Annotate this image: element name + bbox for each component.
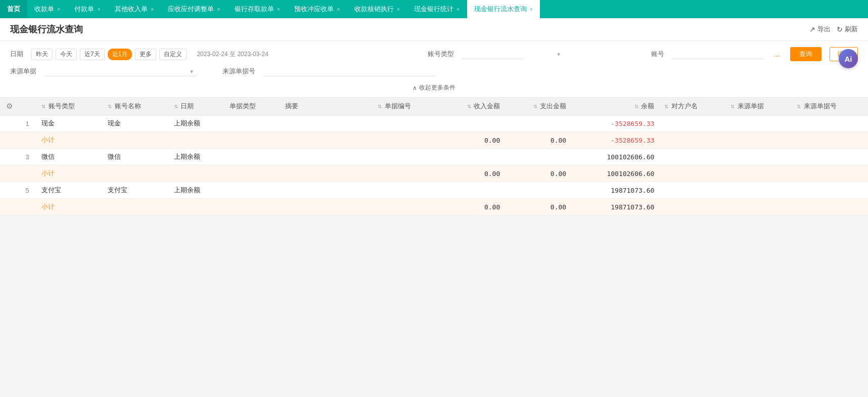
date-btn-yesterday[interactable]: 昨天 — [31, 49, 53, 60]
col-account-type[interactable]: ⇅ 账号类型 — [36, 98, 103, 115]
col-num — [18, 98, 36, 115]
close-icon-ar-ap-adjust[interactable]: × — [217, 6, 220, 12]
date-btn-today[interactable]: 今天 — [56, 49, 77, 60]
export-button[interactable]: ↗ 导出 — [809, 25, 831, 34]
cell-income-4 — [439, 182, 505, 199]
nav-label-payment: 付款单 — [74, 5, 94, 14]
sort-icon-source-doc: ⇅ — [730, 104, 735, 109]
cell-summary-4 — [280, 182, 373, 199]
header-actions: ↗ 导出 ↻ 刷新 — [809, 25, 858, 34]
collapse-bar[interactable]: ∧ 收起更多条件 — [10, 81, 858, 93]
nav-item-payment[interactable]: 付款单 × — [67, 0, 107, 18]
cell-expense-4 — [505, 182, 571, 199]
col-balance[interactable]: ⇅ 余额 — [571, 98, 659, 115]
col-counterparty[interactable]: ⇅ 对方户名 — [659, 98, 725, 115]
close-icon-write-off[interactable]: × — [397, 6, 400, 12]
date-btn-more[interactable]: 更多 — [135, 49, 156, 60]
cell-income-1: 0.00 — [439, 132, 505, 149]
cell-doc-no-4 — [373, 182, 439, 199]
close-icon-receipt[interactable]: × — [57, 6, 60, 12]
cell-date-4: 上期余额 — [169, 182, 224, 199]
cell-counterparty-1 — [659, 132, 725, 149]
close-icon-advance-offset[interactable]: × — [337, 6, 340, 12]
date-btn-custom[interactable]: 自定义 — [159, 49, 187, 60]
source-doc-label: 来源单据 — [10, 67, 36, 76]
nav-item-cash-stat[interactable]: 现金银行统计 × — [407, 0, 467, 18]
source-doc-no-input[interactable] — [263, 66, 435, 76]
nav-item-other-income[interactable]: 其他收入单 × — [108, 0, 161, 18]
cell-source-doc-no-5 — [792, 199, 868, 215]
cell-settings-5 — [0, 199, 18, 215]
cell-num-0: 1 — [18, 115, 36, 132]
nav-item-receipt[interactable]: 收款单 × — [27, 0, 67, 18]
cell-date-1 — [169, 132, 224, 149]
col-source-doc-no[interactable]: ⇅ 来源单据号 — [792, 98, 868, 115]
cell-expense-0 — [505, 115, 571, 132]
dots-button[interactable]: ... — [771, 50, 782, 59]
nav-item-home[interactable]: 首页 — [0, 0, 27, 18]
cell-settings-1 — [0, 132, 18, 149]
gear-icon[interactable]: ⚙ — [6, 102, 13, 110]
nav-item-bank-deposit[interactable]: 银行存取款单 × — [227, 0, 287, 18]
sort-icon-source-doc-no: ⇅ — [797, 104, 801, 109]
cell-source-doc-no-4 — [792, 182, 868, 199]
page-header: 现金银行流水查询 ↗ 导出 ↻ 刷新 — [0, 18, 868, 41]
sort-icon-income: ⇅ — [467, 104, 471, 109]
ai-label: Ai — [845, 55, 852, 63]
refresh-button[interactable]: ↻ 刷新 — [837, 25, 858, 34]
cell-balance-4: 19871073.60 — [571, 182, 659, 199]
cell-date-3 — [169, 165, 224, 182]
date-btn-7days[interactable]: 近7天 — [80, 49, 105, 60]
cell-summary-1 — [280, 132, 373, 149]
chevron-up-icon: ∧ — [413, 84, 417, 92]
date-btn-1month[interactable]: 近1月 — [108, 49, 132, 60]
close-icon-cash-flow[interactable]: × — [530, 6, 533, 12]
col-income[interactable]: ⇅ 收入金额 — [439, 98, 505, 115]
query-button[interactable]: 查询 — [790, 47, 821, 61]
close-icon-other-income[interactable]: × — [151, 6, 154, 12]
cell-balance-0: -3528659.33 — [571, 115, 659, 132]
top-nav: 首页 收款单 × 付款单 × 其他收入单 × 应收应付调整单 × 银行存取款单 … — [0, 0, 868, 18]
nav-item-advance-offset[interactable]: 预收冲应收单 × — [287, 0, 347, 18]
nav-label-home: 首页 — [7, 5, 20, 14]
cell-num-1 — [18, 132, 36, 149]
account-input[interactable] — [672, 49, 763, 59]
source-doc-select[interactable] — [44, 66, 196, 76]
close-icon-payment[interactable]: × — [97, 6, 100, 12]
cell-source-doc-no-0 — [792, 115, 868, 132]
cell-source-doc-2 — [725, 149, 792, 165]
account-type-select[interactable] — [462, 49, 523, 59]
close-icon-bank-deposit[interactable]: × — [277, 6, 280, 12]
filter-row-2: 来源单据 ▼ 来源单据号 — [10, 66, 858, 76]
cell-num-4: 5 — [18, 182, 36, 199]
table-wrap: ⚙ ⇅ 账号类型 ⇅ 账号名称 ⇅ 日期 单据类型 — [0, 98, 868, 215]
cell-balance-5: 19871073.60 — [571, 199, 659, 215]
table-row: 小计 0.00 0.00 -3528659.33 — [0, 132, 868, 149]
cell-num-2: 3 — [18, 149, 36, 165]
col-counterparty-label: 对方户名 — [671, 102, 698, 110]
col-source-doc[interactable]: ⇅ 来源单据 — [725, 98, 792, 115]
nav-item-cash-flow[interactable]: 现金银行流水查询 × — [467, 0, 540, 18]
nav-item-write-off[interactable]: 收款核销执行 × — [347, 0, 407, 18]
col-summary-label: 摘要 — [285, 102, 298, 110]
cell-source-doc-3 — [725, 165, 792, 182]
col-doc-type-label: 单据类型 — [230, 102, 256, 110]
cell-account-type-3: 小计 — [36, 165, 103, 182]
cell-income-3: 0.00 — [439, 165, 505, 182]
cell-counterparty-4 — [659, 182, 725, 199]
col-date[interactable]: ⇅ 日期 — [169, 98, 224, 115]
cell-income-2 — [439, 149, 505, 165]
cell-source-doc-4 — [725, 182, 792, 199]
nav-item-ar-ap-adjust[interactable]: 应收应付调整单 × — [161, 0, 227, 18]
col-account-name[interactable]: ⇅ 账号名称 — [103, 98, 169, 115]
cell-summary-3 — [280, 165, 373, 182]
close-icon-cash-stat[interactable]: × — [456, 6, 460, 12]
cell-expense-1: 0.00 — [505, 132, 571, 149]
ai-badge[interactable]: Ai — [839, 49, 858, 68]
table-row: 1 现金 现金 上期余额 -3528659.33 — [0, 115, 868, 132]
col-expense[interactable]: ⇅ 支出金额 — [505, 98, 571, 115]
cell-source-doc-5 — [725, 199, 792, 215]
col-doc-no[interactable]: ⇅ 单据编号 — [373, 98, 439, 115]
col-expense-label: 支出金额 — [540, 102, 566, 110]
col-income-label: 收入金额 — [474, 102, 500, 110]
